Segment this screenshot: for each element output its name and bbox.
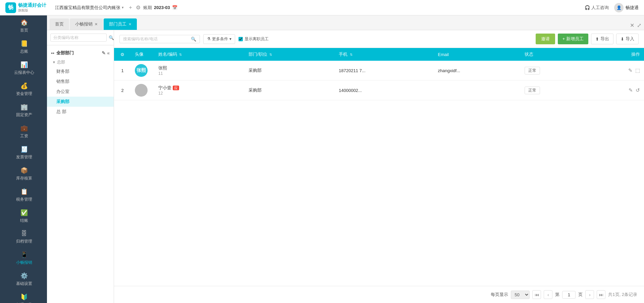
sidebar-item-capital[interactable]: 💰 资金管理: [0, 79, 47, 100]
row-phone: 14000002...: [335, 81, 434, 100]
sidebar-item-invoice[interactable]: 🧾 发票管理: [0, 142, 47, 163]
sidebar-item-home[interactable]: 🏠 首页: [0, 15, 47, 37]
toolbar-right: 邀请 + 新增员工 ⬆ 导出 ⬇ 导入: [536, 34, 639, 44]
app-subtitle: 旗舰版: [18, 8, 46, 13]
more-icon[interactable]: ↺: [636, 87, 640, 93]
add-employee-button[interactable]: + 新增员工: [558, 34, 588, 44]
prev-page-button[interactable]: ‹: [544, 290, 552, 299]
sidebar-item-tax[interactable]: 📋 税务管理: [0, 185, 47, 206]
first-page-button[interactable]: ⏮: [532, 290, 541, 299]
all-dept-header[interactable]: ▪▪ 全部部门 ✎ «: [47, 48, 114, 58]
sidebar-item-guide[interactable]: 🔰 新手引导: [0, 290, 47, 303]
calendar-icon[interactable]: 📅: [172, 5, 177, 10]
filter-icon: ⚗: [207, 37, 211, 41]
dept-search-area: 🔍: [47, 30, 114, 45]
chevron-down-icon: ▾: [122, 5, 124, 10]
settle-icon: ✅: [20, 209, 28, 216]
sort-dept-icon: ⇅: [269, 53, 272, 56]
edit-icon[interactable]: ✎: [628, 67, 633, 73]
filter-button[interactable]: ⚗ 更多条件 ▾: [203, 34, 235, 44]
user-info[interactable]: 👤 畅捷通: [614, 3, 639, 12]
export-button[interactable]: ⬆ 导出: [591, 34, 613, 44]
account-period: 账期 2023-03 📅: [143, 5, 177, 11]
table-row: 1 张熙 张熙 11 采购部 18720211 7... zhangxidf..…: [114, 61, 644, 81]
dept-collapse-icon[interactable]: «: [107, 50, 110, 56]
tab-dept-close[interactable]: ✕: [128, 22, 131, 27]
status-tag: 正常: [525, 87, 540, 94]
col-dept[interactable]: 部门/职位 ⇅: [245, 48, 335, 61]
tab-close-all-icon[interactable]: ✕: [630, 22, 634, 29]
sort-name-icon: ⇅: [179, 53, 182, 56]
company-selector[interactable]: 江西服宝精品有限责任公司内账张 ▾: [55, 5, 124, 11]
last-page-button[interactable]: ⏭: [597, 290, 605, 299]
dept-edit-icon[interactable]: ✎: [102, 50, 106, 56]
app-logo-icon: 畅: [5, 2, 16, 13]
invite-button[interactable]: 邀请: [536, 34, 555, 44]
dept-panel: 🔍 ▪▪ 全部部门 ✎ « ▼ 总部: [47, 30, 114, 303]
col-actions: 操作: [588, 48, 644, 61]
sidebar-item-salary[interactable]: 💼 工资: [0, 121, 47, 142]
page-input[interactable]: [562, 291, 576, 299]
total-info: 共1页, 2条记录: [608, 292, 637, 298]
assets-icon: 🏢: [20, 103, 28, 111]
username: 畅捷通: [626, 5, 639, 11]
sidebar-item-settings[interactable]: ⚙️ 基础设置: [0, 269, 47, 290]
dept-search-icon[interactable]: 🔍: [109, 35, 114, 40]
row-no: 1: [114, 61, 131, 81]
sidebar-item-assets[interactable]: 🏢 固定资产: [0, 100, 47, 121]
row-no: 2: [114, 81, 131, 100]
sidebar-item-ledger[interactable]: 📒 总账: [0, 37, 47, 58]
filter-chevron-icon: ▾: [229, 37, 231, 41]
tab-expense[interactable]: 小畅报销 ✕: [70, 18, 103, 30]
tab-expand-icon[interactable]: ⤢: [637, 22, 641, 29]
import-icon: ⬇: [621, 37, 624, 42]
sidebar-item-reports[interactable]: 📊 云报表中心: [0, 58, 47, 79]
next-page-button[interactable]: ›: [585, 290, 594, 299]
show-inactive-checkbox[interactable]: [238, 37, 243, 41]
settings-icon[interactable]: ⚙: [136, 4, 141, 11]
col-settings[interactable]: ⚙: [114, 48, 131, 61]
grid-icon: ▪▪: [51, 50, 54, 56]
status-badge: 应: [173, 86, 179, 90]
tab-bar: 首页 小畅报销 ✕ 部门员工 ✕ ✕ ⤢: [47, 15, 644, 30]
tab-dept-employee[interactable]: 部门员工 ✕: [104, 18, 137, 30]
sidebar-item-settle[interactable]: ✅ 结账: [0, 206, 47, 227]
dept-item-general[interactable]: 总 部: [47, 107, 114, 117]
col-name[interactable]: 姓名/编码 ⇅: [154, 48, 245, 61]
dept-item-finance[interactable]: 财务部: [47, 66, 114, 77]
salary-icon: 💼: [20, 124, 28, 132]
row-dept: 采购部: [245, 81, 335, 100]
service-button[interactable]: 🎧 人工咨询: [585, 5, 609, 11]
tab-home[interactable]: 首页: [50, 18, 69, 30]
inventory-icon: 📦: [20, 167, 28, 174]
row-email: zhangxidf...: [434, 61, 520, 81]
dept-item-sales[interactable]: 销售部: [47, 77, 114, 87]
import-button[interactable]: ⬇ 导入: [616, 34, 639, 44]
sidebar-item-archive[interactable]: 🗄 归档管理: [0, 227, 47, 248]
dept-item-purchase[interactable]: 采购部: [47, 97, 114, 107]
dept-tree: ▪▪ 全部部门 ✎ « ▼ 总部 财务部: [47, 45, 114, 303]
headset-icon: 🎧: [585, 5, 590, 10]
show-inactive-label[interactable]: 显示离职员工: [238, 36, 269, 42]
add-icon[interactable]: ＋: [128, 4, 133, 11]
employee-table-wrap: ⚙ 头像 姓名/编码 ⇅ 部门/职位: [114, 48, 644, 286]
employee-table: ⚙ 头像 姓名/编码 ⇅ 部门/职位: [114, 48, 644, 100]
dept-search-input[interactable]: [50, 34, 107, 42]
sidebar-item-expense[interactable]: 📱 小畅报销: [0, 248, 47, 269]
dept-hq-group[interactable]: ▼ 总部: [47, 58, 114, 66]
col-phone[interactable]: 手机 ⇅: [335, 48, 434, 61]
tax-icon: 📋: [20, 188, 28, 195]
tab-expense-close[interactable]: ✕: [95, 22, 98, 27]
page-size-select[interactable]: 50 10 20 100: [511, 291, 530, 299]
dept-item-office[interactable]: 办公室: [47, 87, 114, 97]
expense-icon: 📱: [20, 251, 28, 258]
sidebar-item-inventory[interactable]: 📦 库存核算: [0, 163, 47, 185]
edit-icon[interactable]: ✎: [629, 87, 633, 93]
status-tag: 正常: [525, 67, 540, 74]
row-email: [434, 81, 520, 100]
more-icon[interactable]: ⬚: [635, 67, 640, 73]
emp-search-input[interactable]: [123, 37, 189, 41]
emp-search-icon[interactable]: 🔍: [191, 37, 196, 42]
reports-icon: 📊: [20, 61, 28, 68]
app-title: 畅捷通好会计: [18, 2, 46, 8]
